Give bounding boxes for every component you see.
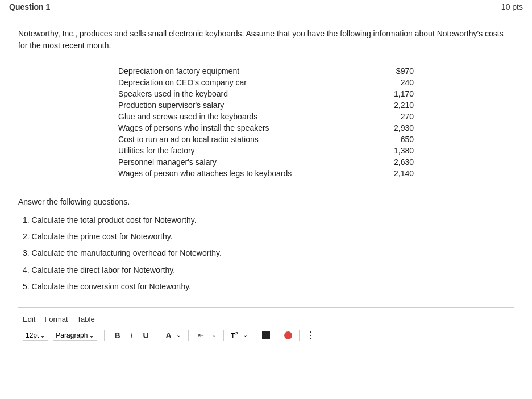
questions-list: 1. Calculate the total product cost for …: [18, 213, 514, 294]
superscript-button[interactable]: T2: [231, 331, 238, 340]
italic-button[interactable]: I: [128, 330, 136, 341]
cost-row: Depreciation on factory equipment$970: [118, 65, 414, 77]
record-icon[interactable]: [284, 331, 292, 339]
cost-row: Glue and screws used in the keyboards270: [118, 111, 414, 122]
paragraph-value: Paragraph: [56, 331, 88, 339]
cost-item-name: Wages of persons who install the speaker…: [118, 123, 269, 132]
font-size-value: 12pt: [26, 331, 39, 339]
paragraph-chevron: ⌄: [89, 331, 94, 339]
cost-row: Depreciation on CEO's company car240: [118, 77, 414, 88]
font-size-chevron: ⌄: [40, 331, 45, 339]
toolbar-divider-6: [277, 330, 277, 341]
cost-item-value: 270: [374, 112, 414, 121]
cost-item-name: Personnel manager's salary: [118, 157, 217, 167]
question-item: 2. Calculate the prime cost for Notewort…: [23, 230, 514, 244]
cost-item-value: 2,930: [374, 123, 414, 132]
page-header: Question 1 10 pts: [0, 0, 532, 14]
cost-row: Production supervisor's salary2,210: [118, 99, 414, 111]
cost-item-value: 2,140: [374, 169, 414, 178]
main-content: Noteworthy, Inc., produces and sells sma…: [0, 14, 532, 399]
cost-item-value: 2,630: [374, 157, 414, 167]
cost-item-name: Depreciation on factory equipment: [118, 66, 239, 76]
cost-item-name: Cost to run an ad on local radio station…: [118, 135, 259, 144]
font-size-select[interactable]: 12pt ⌄: [23, 330, 48, 341]
indent-icon[interactable]: ⇤: [196, 330, 207, 341]
cost-row: Cost to run an ad on local radio station…: [118, 134, 414, 145]
toolbar-divider-7: [299, 330, 300, 341]
answer-prompt: Answer the following questions.: [18, 197, 514, 206]
superscript-chevron[interactable]: ⌄: [243, 331, 248, 339]
cost-item-name: Speakers used in the keyboard: [118, 89, 228, 98]
toolbar-divider-5: [255, 330, 255, 341]
question-item: 5. Calculate the conversion cost for Not…: [23, 280, 514, 294]
cost-item-value: 240: [374, 78, 414, 87]
cost-item-value: 2,210: [374, 101, 414, 110]
cost-item-value: 1,170: [374, 89, 414, 98]
question-label: Question 1: [9, 2, 50, 11]
cost-item-value: 650: [374, 135, 414, 144]
cost-item-value: $970: [374, 66, 414, 76]
question-item: 1. Calculate the total product cost for …: [23, 213, 514, 227]
format-menu[interactable]: Format: [44, 315, 68, 323]
intro-text: Noteworthy, Inc., produces and sells sma…: [18, 28, 514, 52]
toolbar-divider-3: [188, 330, 189, 341]
toolbar-bottom: 12pt ⌄ Paragraph ⌄ B I U A ⌄ ⇤ ⌄ T2 ⌄: [18, 326, 514, 344]
cost-item-value: 1,380: [374, 146, 414, 155]
cost-row: Wages of persons who install the speaker…: [118, 122, 414, 134]
question-item: 4. Calculate the direct labor for Notewo…: [23, 263, 514, 277]
more-options-button[interactable]: ⋮: [306, 330, 316, 340]
font-color-button[interactable]: A: [166, 331, 172, 340]
edit-menu[interactable]: Edit: [23, 315, 35, 323]
cost-row: Wages of person who attaches legs to key…: [118, 168, 414, 179]
toolbar-section: Edit Format Table 12pt ⌄ Paragraph ⌄ B I…: [18, 307, 514, 344]
cost-item-name: Depreciation on CEO's company car: [118, 78, 247, 87]
indent-chevron[interactable]: ⌄: [211, 331, 217, 339]
paragraph-select[interactable]: Paragraph ⌄: [53, 330, 97, 341]
cost-item-name: Glue and screws used in the keyboards: [118, 112, 257, 121]
table-menu[interactable]: Table: [77, 315, 95, 323]
cost-item-name: Wages of person who attaches legs to key…: [118, 169, 292, 178]
toolbar-divider-2: [159, 330, 159, 341]
underline-button[interactable]: U: [140, 330, 151, 341]
cost-item-name: Production supervisor's salary: [118, 101, 224, 110]
question-item: 3. Calculate the manufacturing overhead …: [23, 246, 514, 260]
cost-row: Speakers used in the keyboard1,170: [118, 88, 414, 99]
cost-row: Personnel manager's salary2,630: [118, 156, 414, 168]
toolbar-divider-1: [104, 330, 105, 341]
pts-label: 10 pts: [501, 2, 523, 11]
font-color-chevron[interactable]: ⌄: [176, 331, 181, 339]
toolbar-divider-4: [223, 330, 224, 341]
toolbar-top: Edit Format Table: [18, 313, 514, 326]
color-square-icon[interactable]: [262, 331, 270, 339]
cost-table: Depreciation on factory equipment$970Dep…: [118, 65, 414, 179]
bold-button[interactable]: B: [111, 330, 123, 341]
cost-row: Utilities for the factory1,380: [118, 145, 414, 156]
cost-item-name: Utilities for the factory: [118, 146, 195, 155]
